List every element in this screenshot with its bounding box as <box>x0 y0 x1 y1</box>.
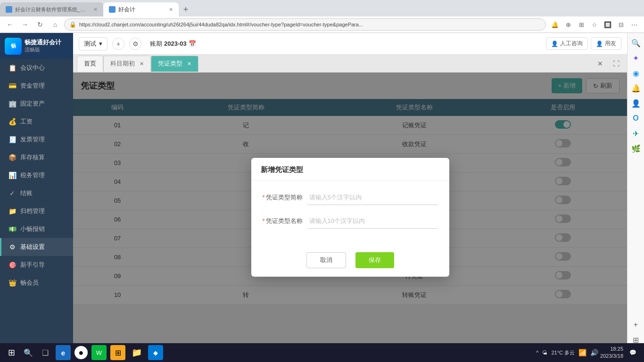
taskbar-search[interactable]: 🔍 <box>21 345 36 360</box>
taskbar-expand-icon[interactable]: ^ <box>536 350 538 355</box>
tab-subjects[interactable]: 科目期初 ✕ <box>103 56 151 72</box>
bookmark-icon[interactable]: ⊕ <box>562 18 574 31</box>
taskbar-store[interactable]: ⊞ <box>110 345 125 360</box>
invoices-icon: 🧾 <box>8 135 17 144</box>
meetings-icon: 📋 <box>8 64 17 72</box>
sidebar-item-tax[interactable]: 📊 税务管理 <box>0 166 73 184</box>
sidebar-item-label-tax: 税务管理 <box>20 171 45 180</box>
topbar-add-button[interactable]: + <box>112 38 124 50</box>
taskbar-folder[interactable]: 📁 <box>129 345 144 360</box>
period-calendar-icon: 📅 <box>189 40 196 47</box>
home-button[interactable]: ⌂ <box>49 18 61 31</box>
funds-icon: 💳 <box>8 82 17 90</box>
tab-minimize-button[interactable]: ✕ <box>594 58 606 70</box>
tab-close-2[interactable]: ✕ <box>169 7 173 13</box>
extensions-icon[interactable]: 🔔 <box>549 18 561 31</box>
taskbar-task-view[interactable]: ❑ <box>38 345 53 360</box>
taskbar-network-icon: 📶 <box>578 349 586 356</box>
address-text: https://cloud2.chanjet.com/accounting/uh… <box>79 22 363 27</box>
taskbar-edge2[interactable]: ◆ <box>148 345 163 360</box>
reload-button[interactable]: ↻ <box>34 18 46 31</box>
sidebar-item-meetings[interactable]: 📋 会议中心 <box>0 59 73 77</box>
consult-button[interactable]: 👤 人工咨询 <box>546 37 588 50</box>
short-name-input[interactable] <box>307 190 438 205</box>
taskbar-weather-text: 21°C 多云 <box>551 349 575 356</box>
sidebar-item-member[interactable]: 👑 畅会员 <box>0 274 73 292</box>
forward-button[interactable]: → <box>19 18 31 31</box>
tab-home-label: 首页 <box>84 59 96 68</box>
profile-icon[interactable]: ⊞ <box>575 18 587 31</box>
add-voucher-type-modal: 新增凭证类型 *凭证类型简称 *凭证类型名称 <box>251 158 449 277</box>
taskbar-chrome[interactable]: ● <box>74 346 88 359</box>
start-button[interactable]: ⊞ <box>4 345 19 360</box>
sidebar: 畅 畅捷通好会计 流畅版 📋 会议中心 💳 资金管理 🏢 固定资产 💰 工资 <box>0 33 73 362</box>
sidebar-item-label-salary: 工资 <box>20 117 33 126</box>
sidebar-app-title: 畅捷通好会计 <box>25 39 61 47</box>
collections-icon[interactable]: 🔲 <box>602 18 614 31</box>
right-search-icon[interactable]: 🔍 <box>629 36 643 50</box>
tab-subjects-close[interactable]: ✕ <box>140 61 144 67</box>
required-star-1: * <box>263 194 265 201</box>
sidebar-logo: 畅 <box>5 38 22 55</box>
sidebar-item-invoices[interactable]: 🧾 发票管理 <box>0 131 73 148</box>
cancel-button[interactable]: 取消 <box>306 252 346 268</box>
taskbar-time-display: 18:25 <box>600 346 623 353</box>
sidebar-item-inventory[interactable]: 📦 库存核算 <box>0 148 73 166</box>
browser-tab-1[interactable]: 好会计云财务软件管理系统_会计 ✕ <box>0 2 103 16</box>
taskbar-wechat[interactable]: W <box>91 345 107 360</box>
sidebar-toggle[interactable]: ⊟ <box>615 18 627 31</box>
taskbar-notifications[interactable]: 💬 <box>625 345 640 360</box>
short-name-label: *凭证类型简称 <box>263 193 307 202</box>
archive-icon: 📁 <box>8 207 17 215</box>
right-copilot-icon[interactable]: ◉ <box>629 66 643 80</box>
save-button[interactable]: 保存 <box>355 252 394 268</box>
company-selector[interactable]: 测试 ▾ <box>79 37 107 50</box>
sidebar-item-settings[interactable]: ⚙ 基础设置 <box>0 238 73 256</box>
inventory-icon: 📦 <box>8 153 17 162</box>
user-button[interactable]: 👤 用友 <box>591 37 621 50</box>
tab-close-1[interactable]: ✕ <box>93 7 98 13</box>
back-button[interactable]: ← <box>4 18 16 31</box>
sidebar-item-funds[interactable]: 💳 资金管理 <box>0 77 73 95</box>
new-tab-button[interactable]: + <box>179 2 193 16</box>
more-menu[interactable]: ⋯ <box>628 18 640 31</box>
right-add-icon[interactable]: + <box>629 318 643 332</box>
browser-tab-2[interactable]: 好会计 ✕ <box>103 2 179 16</box>
taskbar-clock[interactable]: 18:25 2023/3/18 <box>600 346 623 360</box>
right-ai-icon[interactable]: ✦ <box>629 51 643 65</box>
tab-voucher-close[interactable]: ✕ <box>187 61 191 67</box>
right-leaf-icon[interactable]: 🌿 <box>629 141 643 156</box>
full-name-input[interactable] <box>307 214 438 229</box>
tab-maximize-button[interactable]: ⛶ <box>610 58 622 70</box>
full-name-row: *凭证类型名称 <box>263 214 438 229</box>
assets-icon: 🏢 <box>8 99 17 108</box>
app-topbar: 测试 ▾ + ⚙ 账期 2023-03 📅 👤 人工咨询 👤 用友 <box>73 33 627 55</box>
dropdown-icon: ▾ <box>99 40 102 47</box>
topbar-settings-button[interactable]: ⚙ <box>129 38 141 50</box>
sidebar-item-salary[interactable]: 💰 工资 <box>0 113 73 131</box>
right-notify-icon[interactable]: 🔔 <box>629 81 643 95</box>
taskbar-edge[interactable]: e <box>56 345 71 360</box>
sidebar-item-guide[interactable]: 🎯 新手引导 <box>0 256 73 274</box>
tab-voucher-types[interactable]: 凭证类型 ✕ <box>151 56 198 72</box>
sidebar-item-label-expense: 小畅报销 <box>20 225 45 233</box>
fav-icon[interactable]: ☆ <box>588 18 601 31</box>
sidebar-item-label-funds: 资金管理 <box>20 82 45 90</box>
settle-icon: ✓ <box>8 189 17 197</box>
tab-favicon-1 <box>6 6 12 13</box>
expense-icon: 💵 <box>8 225 17 233</box>
right-profile-icon[interactable]: 👤 <box>629 96 643 110</box>
tab-favicon-2 <box>109 6 116 13</box>
sidebar-item-assets[interactable]: 🏢 固定资产 <box>0 95 73 113</box>
right-outlook-icon[interactable]: O <box>629 111 643 125</box>
right-send-icon[interactable]: ✈ <box>629 126 643 140</box>
tab-home[interactable]: 首页 <box>77 56 103 72</box>
sidebar-item-expense[interactable]: 💵 小畅报销 <box>0 220 73 238</box>
company-name: 测试 <box>84 40 96 48</box>
sidebar-item-archive[interactable]: 📁 归档管理 <box>0 202 73 220</box>
sidebar-item-label-guide: 新手引导 <box>20 261 45 269</box>
sidebar-item-settle[interactable]: ✓ 结账 <box>0 184 73 202</box>
address-bar[interactable]: 🔒 https://cloud2.chanjet.com/accounting/… <box>64 18 546 31</box>
sidebar-item-label-member: 畅会员 <box>20 279 39 287</box>
sidebar-item-label-invoices: 发票管理 <box>20 135 45 144</box>
